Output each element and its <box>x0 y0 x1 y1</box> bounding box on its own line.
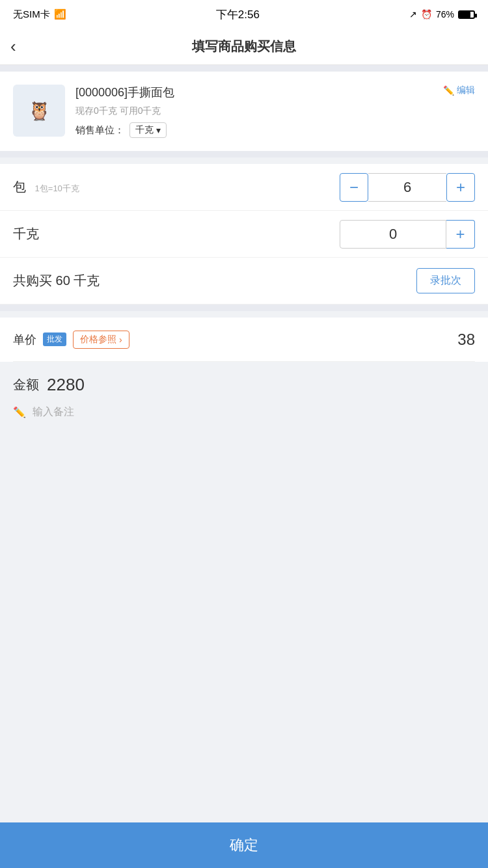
nav-bar: ‹ 填写商品购买信息 <box>0 29 488 65</box>
chevron-right-icon: › <box>119 334 122 345</box>
price-ref-button[interactable]: 价格参照 › <box>73 331 129 349</box>
confirm-button-label: 确定 <box>230 835 258 855</box>
remark-label: 输入备注 <box>33 405 74 419</box>
product-info: [0000006]手撕面包 现存0千克 可用0千克 销售单位： 千克 ▾ <box>75 85 475 138</box>
increase-kg-button[interactable]: + <box>446 220 475 249</box>
edit-button[interactable]: ✏️ 编辑 <box>443 85 475 96</box>
location-icon: ↗ <box>409 9 417 20</box>
form-row-kg: 千克 + <box>0 211 488 258</box>
battery-icon <box>458 10 475 19</box>
divider-3 <box>0 305 488 311</box>
form-label-bao: 包 1包=10千克 <box>13 178 79 196</box>
battery-percent: 76% <box>436 9 454 20</box>
product-image: 🦉 <box>13 85 65 137</box>
confirm-button[interactable]: 确定 <box>0 822 488 868</box>
product-unit-row: 销售单位： 千克 ▾ <box>75 122 475 138</box>
price-row: 单价 批发 价格参照 › 38 <box>13 318 475 362</box>
form-section: 包 1包=10千克 − + 千克 + 共购买 60 千克 录批次 <box>0 164 488 305</box>
status-right: ↗ ⏰ 76% <box>409 9 475 20</box>
unit-select[interactable]: 千克 ▾ <box>129 122 167 138</box>
product-image-icon: 🦉 <box>28 100 51 122</box>
amount-row: 金额 2280 <box>13 375 475 395</box>
chevron-down-icon: ▾ <box>156 125 161 135</box>
product-stock: 现存0千克 可用0千克 <box>75 105 475 117</box>
status-time: 下午2:56 <box>216 7 260 22</box>
form-controls-bao: − + <box>340 173 475 202</box>
amount-label: 金额 <box>13 376 39 394</box>
pencil-icon: ✏️ <box>13 406 26 418</box>
qty-kg-input[interactable] <box>340 220 446 249</box>
status-bar: 无SIM卡 📶 下午2:56 ↗ ⏰ 76% <box>0 0 488 29</box>
page-title: 填写商品购买信息 <box>192 38 296 55</box>
form-row-bao: 包 1包=10千克 − + <box>0 164 488 211</box>
summary-text: 共购买 60 千克 <box>13 272 100 290</box>
alarm-icon: ⏰ <box>421 9 432 20</box>
remark-row[interactable]: ✏️ 输入备注 <box>13 405 475 419</box>
form-label-kg: 千克 <box>13 225 65 243</box>
carrier-text: 无SIM卡 <box>13 8 50 21</box>
product-card: 🦉 [0000006]手撕面包 现存0千克 可用0千克 销售单位： 千克 ▾ ✏… <box>0 72 488 151</box>
decrease-bao-button[interactable]: − <box>340 173 368 202</box>
qty-bao-input[interactable] <box>368 173 446 202</box>
price-tag: 批发 <box>43 332 66 346</box>
form-controls-kg: + <box>340 220 475 249</box>
summary-row: 共购买 60 千克 录批次 <box>0 258 488 305</box>
amount-value: 2280 <box>47 375 85 395</box>
unit-label: 销售单位： <box>75 124 124 137</box>
content-area <box>0 426 488 653</box>
product-name: [0000006]手撕面包 <box>75 85 475 100</box>
price-label: 单价 <box>13 332 36 347</box>
record-batch-button[interactable]: 录批次 <box>416 268 475 293</box>
status-left: 无SIM卡 📶 <box>13 8 66 21</box>
divider-1 <box>0 65 488 72</box>
amount-section: 金额 2280 ✏️ 输入备注 <box>0 362 488 426</box>
price-value: 38 <box>457 331 475 349</box>
divider-2 <box>0 151 488 157</box>
back-button[interactable]: ‹ <box>10 36 16 57</box>
price-section: 单价 批发 价格参照 › 38 <box>0 318 488 362</box>
edit-icon: ✏️ <box>443 85 454 96</box>
increase-bao-button[interactable]: + <box>446 173 475 202</box>
form-sub-label-bao: 1包=10千克 <box>35 183 79 193</box>
wifi-icon: 📶 <box>54 8 66 20</box>
